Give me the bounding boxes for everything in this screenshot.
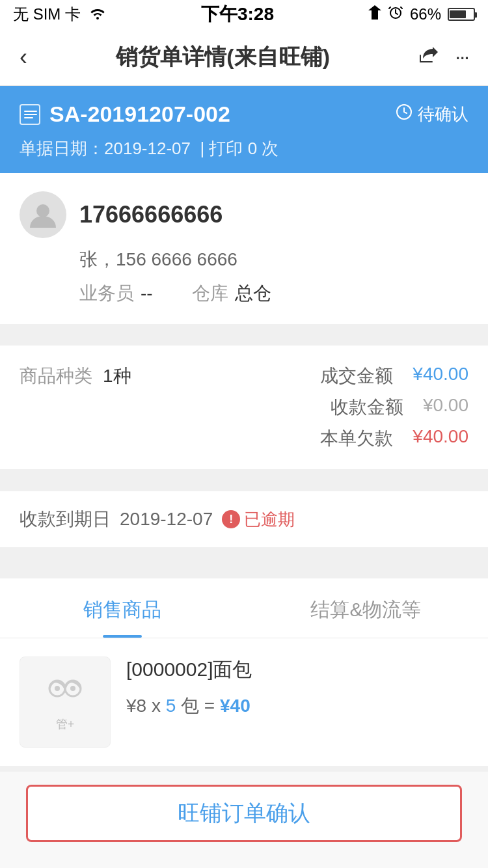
- tabs-section: 销售商品 结算&物流等 管+ [0000002]面包: [0, 578, 488, 766]
- tabs-row: 销售商品 结算&物流等: [0, 578, 488, 638]
- customer-section: 17666666666 张，156 6666 6666 业务员 -- 仓库 总仓: [0, 173, 488, 324]
- product-price: ¥8: [126, 696, 146, 716]
- status-time: 下午3:28: [201, 2, 274, 27]
- amounts-row: 商品种类 1种 成交金额 ¥40.00 收款金额 ¥0.00 本单欠款 ¥40.…: [20, 364, 468, 451]
- alarm-icon: [388, 5, 403, 24]
- type-value: 1种: [103, 364, 131, 388]
- warehouse-item: 仓库 总仓: [192, 281, 271, 306]
- divider-1: [0, 334, 488, 345]
- svg-point-9: [55, 686, 60, 691]
- amount-value-1: ¥0.00: [423, 395, 468, 420]
- svg-point-11: [70, 686, 75, 691]
- amount-item-0: 成交金额 ¥40.00: [320, 364, 468, 388]
- customer-name: 张，156 6666 6666: [20, 247, 468, 272]
- status-left: 无 SIM 卡: [13, 4, 107, 25]
- due-section: 收款到期日 2019-12-07 ! 已逾期: [0, 491, 488, 547]
- amount-value-0: ¥40.00: [413, 364, 468, 388]
- svg-rect-2: [420, 61, 433, 62]
- overdue-text: 已逾期: [244, 508, 295, 531]
- amount-item-1: 收款金额 ¥0.00: [331, 395, 468, 420]
- confirm-button-wrap: 旺铺订单确认: [0, 772, 488, 868]
- battery-percentage: 66%: [410, 5, 441, 23]
- clock-icon: [396, 103, 413, 125]
- order-id: SA-20191207-002: [20, 102, 230, 127]
- product-info: [0000002]面包 ¥8 x 5 包 = ¥40: [126, 657, 468, 718]
- tab-settlement[interactable]: 结算&物流等: [244, 578, 488, 638]
- product-multiply-icon: x: [152, 696, 161, 716]
- order-id-icon: [20, 104, 40, 125]
- nav-bar: ‹ 销货单详情(来自旺铺) ···: [0, 29, 488, 86]
- customer-meta: 业务员 -- 仓库 总仓: [20, 281, 468, 306]
- product-equals: =: [204, 696, 215, 716]
- svg-rect-3: [24, 111, 37, 112]
- due-label: 收款到期日: [20, 507, 111, 532]
- amount-label-2: 本单欠款: [320, 426, 393, 451]
- amount-label-0: 成交金额: [320, 364, 393, 388]
- salesman-value: --: [141, 283, 153, 304]
- order-status: 待确认: [396, 103, 468, 126]
- svg-point-7: [36, 204, 49, 217]
- divider-2: [0, 480, 488, 490]
- product-qty-value: 5: [166, 696, 176, 716]
- product-price-row: ¥8 x 5 包 = ¥40: [126, 694, 468, 718]
- amounts-right: 成交金额 ¥40.00 收款金额 ¥0.00 本单欠款 ¥40.00: [320, 364, 468, 451]
- warehouse-label: 仓库: [192, 281, 228, 306]
- salesman-label: 业务员: [79, 281, 134, 306]
- confirm-button[interactable]: 旺铺订单确认: [26, 785, 462, 842]
- order-header-row1: SA-20191207-002 待确认: [20, 102, 468, 127]
- location-icon: [368, 5, 381, 23]
- status-right: 66%: [368, 5, 475, 24]
- battery-icon: [448, 8, 475, 21]
- svg-rect-5: [24, 117, 33, 118]
- product-name: [0000002]面包: [126, 657, 468, 683]
- salesman-item: 业务员 --: [79, 281, 153, 306]
- status-bar: 无 SIM 卡 下午3:28 66%: [0, 0, 488, 29]
- amounts-left: 商品种类 1种: [20, 364, 131, 388]
- carrier-text: 无 SIM 卡: [13, 4, 81, 25]
- warning-icon: !: [222, 510, 240, 528]
- wifi-icon: [88, 5, 107, 23]
- type-label: 商品种类: [20, 364, 92, 388]
- back-button[interactable]: ‹: [20, 44, 27, 71]
- share-icon[interactable]: [418, 44, 439, 70]
- more-icon[interactable]: ···: [455, 45, 468, 69]
- page-title: 销货单详情(来自旺铺): [116, 42, 330, 72]
- product-unit: 包: [181, 696, 199, 716]
- warehouse-value: 总仓: [235, 281, 271, 306]
- order-date-row: 单据日期：2019-12-07 | 打印 0 次: [20, 137, 468, 160]
- amount-label-1: 收款金额: [331, 395, 403, 420]
- svg-rect-4: [24, 114, 37, 115]
- overdue-badge: ! 已逾期: [222, 508, 295, 531]
- divider-3: [0, 558, 488, 568]
- nav-actions: ···: [418, 44, 468, 70]
- amounts-section: 商品种类 1种 成交金额 ¥40.00 收款金额 ¥0.00 本单欠款 ¥40.…: [0, 345, 488, 469]
- amount-value-2: ¥40.00: [413, 426, 468, 451]
- customer-phone: 17666666666: [79, 201, 223, 228]
- due-date: 2019-12-07: [120, 509, 213, 530]
- avatar: [20, 191, 66, 238]
- product-item: 管+ [0000002]面包 ¥8 x 5 包 = ¥40: [0, 638, 488, 766]
- order-header: SA-20191207-002 待确认 单据日期：2019-12-07 | 打印…: [0, 86, 488, 173]
- product-total: ¥40: [220, 696, 251, 716]
- product-brand-text: 管+: [39, 716, 91, 732]
- tab-sales-product[interactable]: 销售商品: [0, 578, 244, 638]
- amount-item-2: 本单欠款 ¥40.00: [320, 426, 468, 451]
- customer-row1: 17666666666: [20, 191, 468, 238]
- product-thumbnail: 管+: [20, 657, 111, 748]
